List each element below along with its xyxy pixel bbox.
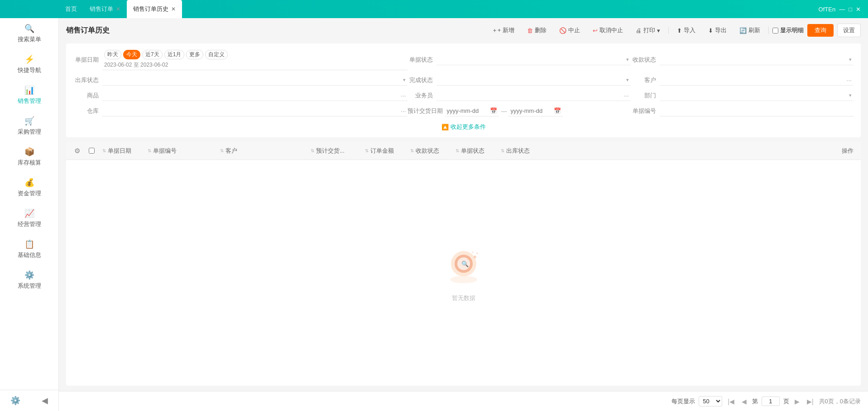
select-all-checkbox[interactable]: [89, 148, 95, 154]
filter-doc-status: 单据状态 ▾: [408, 54, 630, 65]
th-outstatus-sort-icon[interactable]: ⇅: [501, 148, 504, 153]
sidebar-item-purchase-label: 采购管理: [18, 128, 41, 136]
collapse-sidebar-icon[interactable]: ◀: [42, 396, 48, 406]
complete-status-label: 完成状态: [408, 76, 433, 84]
date-label: 单据日期: [73, 56, 99, 64]
first-page-btn[interactable]: |◀: [726, 397, 736, 406]
toolbar: ＋ + 新增 🗑 删除 🚫 中止 ↩ 取消中止: [487, 24, 861, 37]
export-icon: ⬇: [708, 27, 713, 34]
page-number-input[interactable]: [762, 396, 780, 406]
sidebar-item-purchase[interactable]: 🛒 采购管理: [0, 111, 58, 141]
collapse-up-icon: 🔼: [441, 124, 449, 131]
top-bar: 首页 销售订单 ✕ 销售订单历史 ✕ OfTEn — □ ✕: [0, 0, 868, 18]
delivery-date-to-input[interactable]: [510, 107, 552, 114]
tab-sales-order-history[interactable]: 销售订单历史 ✕: [127, 0, 182, 18]
filter-row-4: 仓库 ··· 预计交货日期 📅 —: [73, 106, 854, 116]
recv-status-arrow[interactable]: ▾: [849, 57, 852, 63]
inventory-icon: 📦: [24, 147, 34, 157]
department-value: ▾: [660, 90, 854, 101]
date-btn-7days[interactable]: 近7天: [142, 50, 163, 59]
settings-bottom-icon[interactable]: ⚙️: [10, 396, 20, 406]
salesperson-value: ···: [436, 90, 630, 101]
doc-no-input[interactable]: [662, 107, 852, 114]
th-check: [84, 148, 99, 154]
th-gear[interactable]: ⚙: [70, 147, 84, 155]
warehouse-value: ···: [102, 106, 408, 116]
show-detail-checkbox[interactable]: [772, 28, 778, 34]
window-close[interactable]: ✕: [856, 6, 861, 13]
export-button[interactable]: ⬇ 导出: [704, 24, 731, 36]
sidebar-item-system[interactable]: ⚙️ 系统管理: [0, 265, 58, 295]
sidebar-item-system-label: 系统管理: [18, 282, 41, 290]
window-maximize[interactable]: □: [849, 6, 852, 13]
close-sales-order-tab[interactable]: ✕: [116, 6, 120, 12]
sidebar-item-operations[interactable]: 📈 经营管理: [0, 203, 58, 234]
refresh-button[interactable]: 🔄 刷新: [735, 24, 765, 36]
window-minimize[interactable]: —: [839, 6, 845, 13]
import-button[interactable]: ⬆ 导入: [672, 24, 700, 36]
goods-dots[interactable]: ···: [401, 92, 406, 99]
toolbar-divider: [668, 27, 669, 34]
warehouse-dots[interactable]: ···: [401, 107, 406, 115]
plus-icon: ＋: [492, 26, 498, 34]
close-sales-order-history-tab[interactable]: ✕: [171, 6, 176, 12]
sidebar-item-inventory[interactable]: 📦 库存核算: [0, 141, 58, 172]
sidebar-item-sales[interactable]: 📊 销售管理: [0, 80, 58, 111]
sidebar-item-nav-label: 快捷导航: [18, 66, 41, 74]
tab-sales-order[interactable]: 销售订单 ✕: [83, 0, 127, 18]
th-customer-sort-icon[interactable]: ⇅: [220, 148, 224, 153]
filter-delivery-date: 预计交货日期 📅 — 📅: [408, 106, 630, 116]
th-recv-status: ⇅ 收款状态: [407, 147, 452, 155]
complete-status-value: ▾: [436, 75, 630, 86]
stop-button[interactable]: 🚫 中止: [555, 24, 585, 36]
th-docno-sort-icon[interactable]: ⇅: [148, 148, 151, 153]
empty-illustration: 🔍: [441, 243, 486, 289]
page-size-select[interactable]: 50 10 20 100: [699, 396, 722, 406]
sidebar-item-search[interactable]: 🔍 搜索菜单: [0, 18, 58, 49]
toolbar-divider2: [768, 27, 769, 34]
delivery-date-from-input[interactable]: [446, 107, 488, 114]
settings-button[interactable]: 设置: [837, 24, 861, 37]
sidebar-item-search-label: 搜索菜单: [18, 35, 41, 44]
sidebar-item-basic[interactable]: 📋 基础信息: [0, 234, 58, 265]
date-btn-yesterday[interactable]: 昨天: [104, 50, 121, 59]
sidebar-item-basic-label: 基础信息: [18, 251, 41, 259]
th-docstatus-sort-icon[interactable]: ⇅: [456, 148, 459, 153]
th-delivery-sort-icon[interactable]: ⇅: [311, 148, 314, 153]
sidebar-item-nav[interactable]: ⚡ 快捷导航: [0, 49, 58, 80]
sidebar-item-finance[interactable]: 💰 资金管理: [0, 172, 58, 203]
department-arrow[interactable]: ▾: [849, 92, 852, 98]
print-button[interactable]: 🖨 打印 ▾: [631, 24, 665, 36]
filter-row-2: 出库状态 ▾ 完成状态 ▾ 客户 ···: [73, 75, 854, 86]
page-title-row: 销售订单历史 ＋ + 新增 🗑 删除 🚫 中止 ↩: [66, 24, 861, 37]
next-page-btn[interactable]: ▶: [793, 397, 801, 406]
cancel-stop-icon: ↩: [593, 27, 598, 34]
operations-icon: 📈: [24, 208, 34, 218]
sidebar-item-finance-label: 资金管理: [18, 189, 41, 198]
date-value: 昨天 今天 近7天 近1月 更多 自定义 2023-06-02 至 2023-0…: [102, 49, 408, 70]
doc-status-arrow[interactable]: ▾: [626, 57, 629, 63]
date-btn-1month[interactable]: 近1月: [164, 50, 185, 59]
calendar-from-icon[interactable]: 📅: [490, 107, 497, 114]
th-date-sort-icon[interactable]: ⇅: [102, 148, 106, 153]
collapse-btn[interactable]: 🔼 收起更多条件: [73, 121, 854, 132]
date-btn-custom[interactable]: 自定义: [205, 50, 228, 59]
complete-status-arrow[interactable]: ▾: [626, 77, 629, 83]
filter-out-status: 出库状态 ▾: [73, 75, 408, 86]
query-button[interactable]: 查询: [807, 24, 834, 37]
out-status-arrow[interactable]: ▾: [403, 77, 406, 83]
show-detail-check[interactable]: 显示明细: [772, 26, 804, 34]
calendar-to-icon[interactable]: 📅: [554, 107, 561, 114]
date-btn-today[interactable]: 今天: [123, 50, 140, 59]
prev-page-btn[interactable]: ◀: [740, 397, 748, 406]
salesperson-dots[interactable]: ···: [623, 92, 629, 99]
th-amount-sort-icon[interactable]: ⇅: [365, 148, 369, 153]
new-button[interactable]: ＋ + 新增: [487, 24, 519, 36]
customer-dots[interactable]: ···: [846, 77, 852, 84]
cancel-stop-button[interactable]: ↩ 取消中止: [588, 24, 628, 36]
date-btn-more[interactable]: 更多: [186, 50, 203, 59]
delete-button[interactable]: 🗑 删除: [523, 24, 551, 36]
th-recv-sort-icon[interactable]: ⇅: [410, 148, 414, 153]
tab-home[interactable]: 首页: [59, 0, 83, 18]
last-page-btn[interactable]: ▶|: [805, 397, 815, 406]
